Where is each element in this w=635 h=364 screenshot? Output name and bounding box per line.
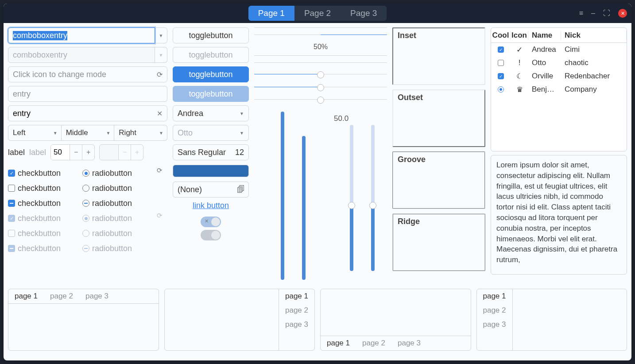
nb-tab[interactable]: page 3 — [477, 318, 512, 332]
notebook-bottom-tabs: page 1 page 2 page 3 — [320, 289, 471, 351]
font-chooser[interactable]: Sans Regular12 — [173, 144, 249, 160]
file-chooser[interactable]: (None)🗐 — [173, 182, 249, 197]
spinbutton[interactable]: − + — [50, 144, 95, 160]
th-name[interactable]: Name — [528, 31, 561, 40]
nb-tab[interactable]: page 2 — [356, 336, 391, 350]
spin-plus[interactable]: + — [82, 145, 94, 160]
checkbutton-checked-disabled: ✓checkbutton — [8, 212, 78, 225]
notebook-left-tabs: page 1 page 2 page 3 — [476, 289, 627, 351]
vslider-4[interactable] — [371, 125, 375, 271]
nb-tab[interactable]: page 1 — [477, 289, 512, 303]
radiobutton-checked-disabled: radiobutton — [82, 212, 152, 225]
checkbutton-unchecked[interactable]: checkbutton — [8, 182, 78, 195]
frame-outset: Outset — [392, 89, 485, 147]
nb-tab[interactable]: page 3 — [391, 336, 427, 350]
spin-plus: + — [131, 145, 143, 160]
chevron-down-icon: ▼ — [106, 131, 110, 136]
frame-ridge: Ridge — [392, 213, 485, 271]
notebook-right-tabs: page 1 page 2 page 3 — [164, 289, 315, 351]
checkbutton-indeterminate[interactable]: checkbutton — [8, 197, 78, 210]
nb-tab[interactable]: page 1 — [8, 289, 44, 303]
th-nick[interactable]: Nick — [561, 31, 627, 40]
chevron-down-icon: ▼ — [240, 131, 244, 136]
treeview[interactable]: Cool Icon Name Nick ✓✓AndreaCimi!Ottocha… — [491, 27, 627, 151]
checkbutton-checked[interactable]: ✓checkbutton — [8, 167, 78, 180]
folder-icon: 🗐 — [237, 185, 245, 194]
switch-off[interactable]: ✕ — [201, 230, 221, 240]
spinbutton-disabled: − + — [99, 144, 143, 160]
dropdown-otto: Otto▼ — [173, 125, 249, 141]
sync-icon[interactable]: ⟳ — [157, 167, 167, 180]
nb-tab[interactable]: page 2 — [44, 289, 79, 303]
clear-icon[interactable]: ✕ — [157, 109, 163, 118]
minimize-icon[interactable]: – — [591, 9, 595, 17]
vslider-label: 50.0 — [334, 114, 348, 123]
nb-tab[interactable]: page 1 — [279, 289, 314, 303]
tab-page2[interactable]: Page 2 — [294, 6, 341, 21]
seg-left[interactable]: Left▼ — [8, 125, 62, 141]
entry-with-clear[interactable]: ✕ — [8, 105, 167, 121]
radiobutton-dash[interactable]: radiobutton — [82, 197, 152, 210]
nb-tab[interactable]: page 3 — [279, 318, 314, 332]
table-row[interactable]: ✓☾OrvilleRedenbacher — [491, 70, 627, 83]
notebook-top-tabs: page 1 page 2 page 3 — [8, 289, 159, 351]
chevron-down-icon: ▼ — [240, 111, 244, 116]
mode-entry[interactable]: ⟳ — [8, 66, 167, 82]
comboboxentry-focused[interactable]: ▼ — [8, 27, 167, 43]
radiobutton-dash-disabled: radiobutton — [82, 242, 152, 255]
refresh-icon[interactable]: ⟳ — [157, 70, 163, 79]
nb-tab[interactable]: page 2 — [279, 303, 314, 318]
chevron-down-icon: ▼ — [53, 131, 58, 136]
frame-inset: Inset — [392, 27, 485, 85]
togglebutton-active-disabled: togglebutton — [173, 86, 249, 102]
seg-middle[interactable]: Middle▼ — [62, 125, 115, 141]
chevron-down-icon: ▼ — [155, 47, 167, 63]
spin-input[interactable] — [51, 145, 70, 160]
comboboxentry-disabled: ▼ — [8, 47, 167, 63]
checkbutton-indet-disabled: checkbutton — [8, 242, 78, 255]
spin-input-disabled — [100, 145, 118, 160]
dropdown-andrea[interactable]: Andrea▼ — [173, 105, 249, 121]
chevron-down-icon[interactable]: ▼ — [155, 27, 167, 43]
seg-right[interactable]: Right▼ — [114, 125, 167, 141]
togglebutton-disabled: togglebutton — [173, 47, 249, 63]
togglebutton-active[interactable]: togglebutton — [173, 66, 249, 82]
switch-on[interactable]: ✕ — [201, 217, 221, 227]
nb-tab[interactable]: page 3 — [79, 289, 115, 303]
progress-label: 50% — [254, 43, 387, 51]
maximize-icon[interactable]: ⛶ — [603, 9, 610, 17]
vslider-1[interactable] — [281, 112, 284, 280]
progressbar-2 — [254, 35, 387, 35]
vslider-3[interactable] — [350, 125, 353, 271]
label-disabled: label — [29, 148, 46, 157]
radiobutton-unchecked[interactable]: radiobutton — [82, 182, 152, 195]
table-row[interactable]: !Ottochaotic — [491, 56, 627, 70]
th-cool[interactable]: Cool — [491, 31, 511, 40]
tab-page1[interactable]: Page 1 — [248, 6, 294, 21]
vslider-2[interactable] — [302, 136, 306, 280]
entry-input[interactable] — [13, 89, 163, 99]
table-row[interactable]: ♛Benja…Company — [491, 83, 627, 96]
checkbutton-unchecked-disabled: checkbutton — [8, 227, 78, 240]
segmented-dropdown[interactable]: Left▼ Middle▼ Right▼ — [8, 125, 167, 141]
entry-input-value[interactable] — [13, 109, 157, 118]
frame-groove: Groove — [392, 151, 485, 209]
spin-minus[interactable]: − — [70, 145, 82, 160]
table-row[interactable]: ✓✓AndreaCimi — [491, 43, 627, 56]
th-icon[interactable]: Icon — [511, 31, 528, 40]
nb-tab[interactable]: page 1 — [321, 336, 356, 350]
header-tabs: Page 1 Page 2 Page 3 — [248, 6, 387, 21]
spin-minus: − — [118, 145, 131, 160]
close-icon[interactable]: ✕ — [618, 9, 627, 18]
radiobutton-checked[interactable]: radiobutton — [82, 167, 152, 180]
color-chooser[interactable] — [173, 165, 249, 177]
mode-input[interactable] — [13, 70, 157, 79]
nb-tab[interactable]: page 2 — [477, 303, 512, 318]
tab-page3[interactable]: Page 3 — [341, 6, 387, 21]
menu-icon[interactable]: ≡ — [579, 9, 583, 17]
textview[interactable]: Lorem ipsum dolor sit amet, consectetur … — [491, 155, 627, 275]
entry-placeholder[interactable] — [8, 86, 167, 102]
combobox-input[interactable] — [8, 27, 155, 43]
togglebutton[interactable]: togglebutton — [173, 27, 249, 43]
link-button[interactable]: link button — [173, 201, 249, 210]
